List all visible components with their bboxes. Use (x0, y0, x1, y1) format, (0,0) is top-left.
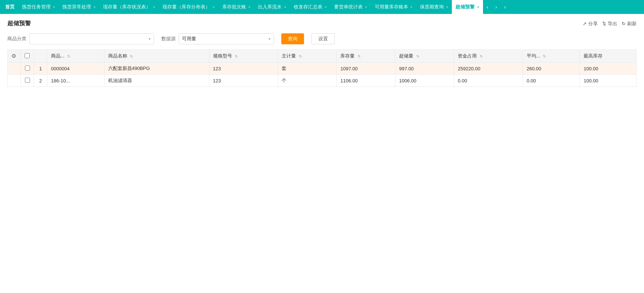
sort-icon: ⇅ (67, 54, 70, 58)
row-settings-cell (8, 75, 21, 87)
row-over-stock: 997.00 (395, 63, 454, 75)
table-row: 1 0000004 六配套新昌490BPG 123 套 1097.00 997.… (8, 63, 637, 75)
data-table: ⚙ 商品... ⇅ 商品名称 ⇅ 规格型号 ⇅ (7, 49, 637, 87)
row-index: 2 (34, 75, 47, 87)
row-checkbox-0[interactable] (25, 66, 30, 71)
refresh-button[interactable]: ↻ 刷新 (622, 21, 637, 27)
query-button[interactable]: 查询 (281, 33, 304, 44)
nav-tab-6[interactable]: 出入库流水 × (254, 0, 290, 14)
chevron-down-icon: ▾ (268, 37, 271, 41)
row-checkbox-1[interactable] (25, 78, 30, 83)
nav-tab-3[interactable]: 现存量（库存状况表） × (99, 0, 159, 14)
row-index: 1 (34, 63, 47, 75)
datasource-value: 可用量 (182, 36, 196, 42)
setting-button[interactable]: 设置 (311, 33, 335, 44)
nav-tab-11[interactable]: 超储预警 × (452, 0, 483, 14)
row-max-stock: 100.00 (580, 75, 637, 87)
gear-icon[interactable]: ⚙ (11, 53, 16, 59)
nav-tab-4[interactable]: 现存量（库存分布表） × (159, 0, 218, 14)
sort-icon: ⇅ (480, 54, 483, 58)
row-capital: 0.00 (454, 75, 523, 87)
table-header-row: ⚙ 商品... ⇅ 商品名称 ⇅ 规格型号 ⇅ (8, 50, 637, 63)
nav-arrow-more[interactable]: › (501, 0, 509, 14)
th-unit[interactable]: 主计量 ⇅ (278, 50, 337, 63)
close-tab-7[interactable]: × (325, 5, 327, 9)
close-tab-1[interactable]: × (53, 5, 55, 9)
nav-tab-1[interactable]: 拣货任务管理 × (18, 0, 59, 14)
th-product-name[interactable]: 商品名称 ⇅ (104, 50, 209, 63)
sort-icon: ⇅ (235, 54, 238, 58)
close-tab-8[interactable]: × (365, 5, 367, 9)
close-tab-5[interactable]: × (248, 5, 250, 9)
row-avg: 0.00 (523, 75, 580, 87)
close-tab-6[interactable]: × (284, 5, 286, 9)
row-stock: 1097.00 (337, 63, 395, 75)
row-max-stock: 100.00 (580, 63, 637, 75)
row-checkbox-cell (21, 75, 34, 87)
th-capital[interactable]: 资金占用 ⇅ (454, 50, 523, 63)
th-over-stock[interactable]: 超储量 ⇅ (395, 50, 454, 63)
th-checkbox (21, 50, 34, 63)
share-icon: ➚ (583, 21, 587, 26)
table-row: 2 186-10... 机油滤清器 123 个 1106.00 1006.00 … (8, 75, 637, 87)
header-actions: ➚ 分享 ⇅ 导出 ↻ 刷新 (583, 21, 637, 27)
sort-icon: ⇅ (358, 54, 361, 58)
page-container: 超储预警 ➚ 分享 ⇅ 导出 ↻ 刷新 商品分类 ▾ 数据源 (0, 14, 644, 293)
close-tab-2[interactable]: × (93, 5, 95, 9)
row-product-code: 186-10... (47, 75, 105, 87)
export-button[interactable]: ⇅ 导出 (602, 21, 617, 27)
row-settings-cell (8, 63, 21, 75)
nav-tab-home[interactable]: 首页 (1, 0, 18, 14)
th-settings: ⚙ (8, 50, 21, 63)
nav-tab-10[interactable]: 保质期查询 × (416, 0, 452, 14)
close-tab-10[interactable]: × (446, 5, 448, 9)
close-tab-11[interactable]: × (477, 5, 479, 9)
th-spec[interactable]: 规格型号 ⇅ (209, 50, 278, 63)
th-max-stock[interactable]: 最高库存 (580, 50, 637, 63)
top-navigation: 首页 拣货任务管理 × 拣货异常处理 × 现存量（库存状况表） × 现存量（库存… (0, 0, 644, 14)
nav-arrow-left[interactable]: ‹ (483, 0, 492, 14)
row-checkbox-cell (21, 63, 34, 75)
export-icon: ⇅ (602, 21, 606, 26)
row-unit: 套 (278, 63, 337, 75)
select-all-checkbox[interactable] (25, 53, 30, 58)
nav-tab-7[interactable]: 收发存汇总表 × (290, 0, 330, 14)
close-tab-9[interactable]: × (410, 5, 413, 9)
datasource-label: 数据源 (161, 36, 176, 42)
row-unit: 个 (278, 75, 337, 87)
row-spec: 123 (209, 63, 278, 75)
nav-tab-2[interactable]: 拣货异常处理 × (59, 0, 99, 14)
sort-icon: ⇅ (299, 54, 302, 58)
share-button[interactable]: ➚ 分享 (583, 21, 598, 27)
page-title: 超储预警 (7, 20, 31, 27)
row-avg: 260.00 (523, 63, 580, 75)
row-product-name: 六配套新昌490BPG (104, 63, 209, 75)
row-over-stock: 1006.00 (395, 75, 454, 87)
filter-datasource: 数据源 可用量 ▾ (161, 33, 274, 44)
page-header: 超储预警 ➚ 分享 ⇅ 导出 ↻ 刷新 (7, 20, 637, 27)
chevron-down-icon: ▾ (149, 37, 151, 41)
row-stock: 1106.00 (337, 75, 395, 87)
category-select[interactable]: ▾ (29, 33, 154, 44)
close-tab-3[interactable]: × (153, 5, 155, 9)
row-product-code: 0000004 (47, 63, 105, 75)
row-capital: 259220.00 (454, 63, 523, 75)
sort-icon: ⇅ (543, 54, 546, 58)
filter-category: 商品分类 ▾ (7, 33, 154, 44)
sort-icon: ⇅ (130, 54, 133, 58)
th-avg[interactable]: 平均... ⇅ (523, 50, 580, 63)
row-product-name: 机油滤清器 (104, 75, 209, 87)
nav-tab-5[interactable]: 库存批次账 × (219, 0, 254, 14)
category-label: 商品分类 (7, 36, 26, 42)
nav-arrow-right[interactable]: › (492, 0, 501, 14)
close-tab-4[interactable]: × (212, 5, 215, 9)
th-product-code[interactable]: 商品... ⇅ (47, 50, 105, 63)
row-spec: 123 (209, 75, 278, 87)
sort-icon: ⇅ (416, 54, 419, 58)
nav-tab-9[interactable]: 可用量库存账本 × (371, 0, 416, 14)
refresh-icon: ↻ (622, 21, 626, 26)
th-index (34, 50, 47, 63)
th-stock[interactable]: 库存量 ⇅ (337, 50, 395, 63)
nav-tab-8[interactable]: 要货单统计表 × (330, 0, 371, 14)
datasource-select[interactable]: 可用量 ▾ (179, 33, 274, 44)
